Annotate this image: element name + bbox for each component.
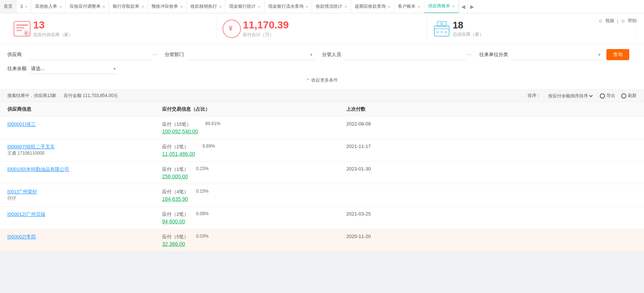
supplier-link-5[interactable]: [000002]李四 <box>7 234 162 240</box>
nav-tab-cash-bank-stat-label: 现金银行统计 <box>229 3 256 10</box>
trans-amount-3[interactable]: 164,635.90 <box>162 196 189 202</box>
trans-amount-2[interactable]: 258,000.00 <box>162 173 189 179</box>
svg-rect-1 <box>16 24 28 26</box>
supplier-cell-0: [000001]张三 <box>7 121 162 128</box>
nav-tab-ar-ap-adjust-label: 应收应付调整单 <box>70 3 101 10</box>
supplier-cell-1: [000007]恒旺二手叉车 王通 17106110000 <box>7 144 162 156</box>
close-bank-deposit[interactable]: × <box>141 4 144 9</box>
sort-select[interactable]: 按应付余额倒序排序 <box>547 93 594 99</box>
supplier-cell-3: [001]广州荣轩 仔仔 <box>7 189 162 201</box>
nav-tab-overdue-ar-label: 超期应收款查询 <box>355 3 386 10</box>
search-button[interactable]: 查询 <box>606 49 629 60</box>
supplier-filter-input[interactable] <box>29 49 151 60</box>
last-pay-date-0: 2022-08-08 <box>346 121 371 127</box>
export-button[interactable]: 导出 <box>600 93 615 99</box>
svg-rect-13 <box>441 31 443 33</box>
supplier-filter-label: 供应商 <box>7 51 26 58</box>
nav-tab-ar-ap-adjust[interactable]: 应收应付调整单 × <box>66 0 109 13</box>
nav-arrow-right[interactable]: ▶ <box>468 0 476 13</box>
trans-percent-5: 0.03% <box>196 234 209 239</box>
nav-arrow-left[interactable]: ◀ <box>459 0 468 13</box>
lastpay-cell-1: 2021-11-17 <box>346 144 637 149</box>
close-cash-bank-stat[interactable]: × <box>258 4 260 9</box>
trans-amount-1[interactable]: 11,051,486.00 <box>162 151 195 157</box>
payable-suppliers-label: 总应付供应商（家） <box>33 32 73 38</box>
summary-card-total-payable: ¥ 11,170.39 应付合计（万） <box>217 18 427 40</box>
filter-balance: 往来余额 请选... ▼ <box>7 63 118 74</box>
svg-rect-2 <box>16 27 24 28</box>
dept-select-wrapper: ▼ <box>187 49 315 60</box>
supplier-filter-dots[interactable]: ··· <box>153 51 157 58</box>
nav-tab-3[interactable]: 3 × <box>17 0 31 13</box>
top-navigation: 首页 3 × 其他收入单 × 应收应付调整单 × 银行存取款单 × 预收冲应收单… <box>0 0 644 13</box>
table-row: [000001]张三 应付（15笔） 100,092,540.00 89.61%… <box>0 117 644 139</box>
trans-amount-4[interactable]: 94,600.00 <box>162 218 189 224</box>
refresh-button[interactable]: 刷新 <box>621 93 637 99</box>
result-summary-text: 搜索结果中，供应商13家 <box>7 93 56 99</box>
close-overdue-ar[interactable]: × <box>388 4 390 9</box>
total-payable-amount: 11,170.39 <box>243 20 289 30</box>
nav-tab-bank-deposit[interactable]: 银行存取款单 × <box>109 0 148 13</box>
close-advance-ar[interactable]: × <box>180 4 182 9</box>
nav-tab-other-income[interactable]: 其他收入单 × <box>31 0 66 13</box>
person-filter-input[interactable] <box>344 49 466 60</box>
nav-tab-home[interactable]: 首页 <box>0 0 17 13</box>
trans-left-3: 应付（4笔） 164,635.90 <box>162 189 189 202</box>
close-other-income[interactable]: × <box>59 4 62 9</box>
nav-tab-customer-ledger[interactable]: 客户账本 × <box>394 0 424 13</box>
trans-amount-5[interactable]: 32,366.00 <box>162 241 189 247</box>
trans-label-2: 应付（1笔） <box>162 166 189 173</box>
supplier-link-3[interactable]: [001]广州荣轩 <box>7 189 162 195</box>
result-bar-left: 搜索结果中，供应商13家 应付金额 111,703,854.00元 <box>7 93 118 99</box>
nav-tab-cash-bank-query[interactable]: 现金银行流水查询 × <box>265 0 312 13</box>
collapse-button[interactable]: ⌃ 收起更多条件 <box>7 77 637 83</box>
close-tab-3[interactable]: × <box>25 4 27 9</box>
lastpay-cell-4: 2021-03-25 <box>346 211 637 217</box>
nav-tab-advance-ar[interactable]: 预收冲应收单 × <box>148 0 186 13</box>
video-link[interactable]: 视频 <box>605 18 614 24</box>
table-row: [001]广州荣轩 仔仔 应付（4笔） 164,635.90 0.15% <box>0 184 644 207</box>
category-select-wrapper: ▼ <box>511 49 603 60</box>
close-supplier-ledger[interactable]: × <box>452 4 455 8</box>
close-ar-ap-adjust[interactable]: × <box>103 4 105 9</box>
supplier-cell-4: [000012]广州贝瑞 <box>7 211 162 218</box>
supplier-link-0[interactable]: [000001]张三 <box>7 121 162 128</box>
trans-percent-2: 0.23% <box>196 166 209 171</box>
close-cash-bank-query[interactable]: × <box>306 4 308 9</box>
nav-tab-receipt-verify[interactable]: 收款核销执行 × <box>187 0 225 13</box>
separator: | <box>617 18 618 24</box>
svg-rect-12 <box>437 31 439 33</box>
person-filter-dots[interactable]: ··· <box>467 51 472 58</box>
svg-text:¥: ¥ <box>25 31 27 35</box>
trans-amount-0[interactable]: 100,092,540.00 <box>162 128 198 134</box>
filter-person: 分管人员 ··· <box>322 49 472 60</box>
nav-tab-supplier-ledger-label: 供应商账本 <box>428 3 450 9</box>
person-filter-label: 分管人员 <box>322 51 341 58</box>
nav-tab-supplier-ledger[interactable]: 供应商账本 × <box>424 0 459 13</box>
export-icon <box>600 93 605 99</box>
lastpay-cell-2: 2023-01-30 <box>346 166 637 172</box>
balance-filter-select[interactable]: 请选... <box>29 63 118 74</box>
category-filter-label: 往来单位分类 <box>479 51 508 58</box>
filter-row-2: 往来余额 请选... ▼ <box>7 63 637 74</box>
dept-filter-select[interactable] <box>187 49 315 60</box>
nav-tab-receipt-stat[interactable]: 收款情况统计 × <box>312 0 351 13</box>
help-link[interactable]: 帮助 <box>628 18 637 24</box>
table-row: [000002]李四 应付（5笔） 32,366.00 0.03% 2020-1… <box>0 229 644 252</box>
close-receipt-verify[interactable]: × <box>219 4 221 9</box>
supplier-link-1[interactable]: [000007]恒旺二手叉车 <box>7 144 162 150</box>
transaction-cell-0: 应付（15笔） 100,092,540.00 89.61% <box>162 121 346 134</box>
supplier-link-2[interactable]: [000100]本特勤油品有限公司 <box>7 166 162 173</box>
category-filter-select[interactable] <box>511 49 603 60</box>
nav-tab-overdue-ar[interactable]: 超期应收款查询 × <box>351 0 394 13</box>
help-circle-icon: ⊙ <box>621 18 625 24</box>
top-right-links: ⊙ 视频 | ⊙ 帮助 <box>599 18 637 24</box>
lastpay-cell-5: 2020-11-20 <box>346 234 637 239</box>
close-receipt-stat[interactable]: × <box>344 4 347 9</box>
summary-info-total-suppliers: 18 总供应商（家） <box>453 20 484 38</box>
sort-label: 排序： <box>528 93 541 99</box>
close-customer-ledger[interactable]: × <box>418 4 420 9</box>
nav-tab-cash-bank-stat[interactable]: 现金银行统计 × <box>225 0 264 13</box>
supplier-link-4[interactable]: [000012]广州贝瑞 <box>7 211 162 218</box>
trans-left-0: 应付（15笔） 100,092,540.00 <box>162 121 198 134</box>
